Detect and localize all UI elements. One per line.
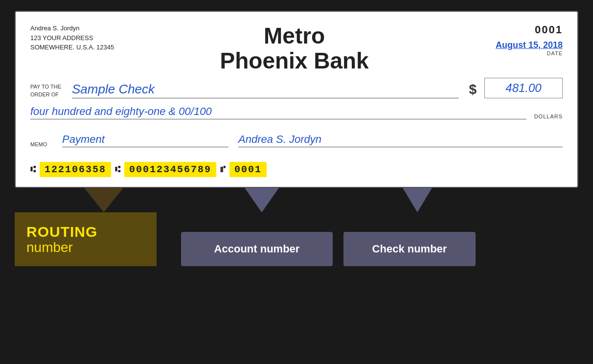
routing-title: ROUTING — [26, 224, 157, 240]
memo-row: MEMO Payment Andrea S. Jordyn — [30, 133, 563, 147]
memo-line: Payment — [62, 133, 228, 147]
check-number-label-box: Check number — [343, 232, 476, 266]
account-arrow — [245, 188, 279, 212]
address-line1: 123 YOUR ADDRESS — [30, 33, 114, 43]
address-block: Andrea S. Jordyn 123 YOUR ADDRESS SOMEWH… — [30, 23, 114, 52]
account-number-label: Account number — [214, 243, 300, 255]
micr-row: ⑆ 122106358 ⑆ 000123456789 ⑈ 0001 — [30, 162, 563, 177]
amount-value: 481.00 — [505, 81, 541, 94]
check: Andrea S. Jordyn 123 YOUR ADDRESS SOMEWH… — [15, 11, 578, 188]
bottom-area: ROUTING number Account number Check numb… — [15, 188, 578, 266]
payee-name: Sample Check — [72, 82, 155, 96]
amount-words-row: four hundred and eighty-one & 00/100 DOL… — [30, 105, 563, 119]
routing-subtitle: number — [26, 240, 157, 255]
date-value: August 15, 2018 — [475, 40, 563, 50]
account-number-label-box: Account number — [181, 232, 333, 266]
address-name: Andrea S. Jordyn — [30, 23, 114, 33]
amount-words: four hundred and eighty-one & 00/100 — [30, 105, 526, 119]
date-row: August 15, 2018 DATE — [475, 40, 563, 56]
payee-line: Sample Check — [72, 82, 459, 98]
check-number-label: Check number — [372, 243, 447, 255]
pay-to-row: PAY TO THE ORDER OF Sample Check $ 481.0… — [30, 78, 563, 98]
micr-dash-symbol: ⑈ — [220, 165, 226, 175]
routing-number-micr: 122106358 — [40, 162, 111, 177]
signature-line: Andrea S. Jordyn — [238, 133, 563, 147]
address-line2: SOMEWHERE. U.S.A. 12345 — [30, 43, 114, 52]
checknumber-arrow — [403, 188, 432, 212]
memo-label: MEMO — [30, 141, 52, 147]
dollar-sign: $ — [469, 82, 477, 98]
amount-box: 481.00 — [484, 78, 563, 98]
check-number-micr: 0001 — [229, 162, 267, 177]
check-top-section: Andrea S. Jordyn 123 YOUR ADDRESS SOMEWH… — [30, 23, 563, 73]
date-label: DATE — [475, 50, 563, 56]
check-number-display: 0001 — [475, 23, 563, 36]
signature-value: Andrea S. Jordyn — [238, 133, 321, 145]
check-top-right: 0001 August 15, 2018 DATE — [475, 23, 563, 56]
micr-open-symbol: ⑆ — [30, 165, 36, 175]
micr-close-symbol: ⑆ — [115, 165, 120, 175]
bank-name: Metro Phoenix Bank — [124, 23, 465, 73]
dollars-label: DOLLARS — [534, 114, 563, 119]
memo-signature-wrapper: Payment Andrea S. Jordyn — [62, 133, 563, 147]
account-number-micr: 000123456789 — [124, 162, 216, 177]
memo-value: Payment — [62, 133, 105, 145]
routing-label-box: ROUTING number — [15, 212, 157, 266]
pay-to-label: PAY TO THE ORDER OF — [30, 83, 67, 98]
routing-arrow — [84, 188, 123, 212]
